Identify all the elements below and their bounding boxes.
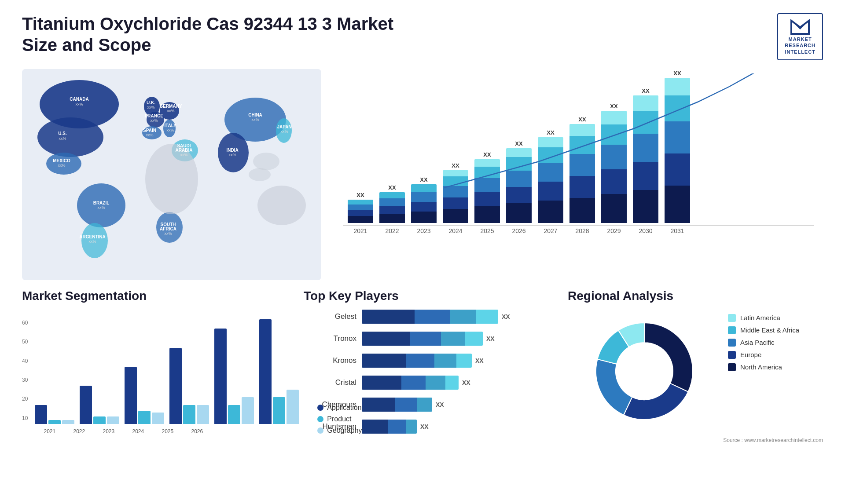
svg-text:xx%: xx% (180, 153, 187, 157)
regional-legend-item: Europe (728, 351, 799, 359)
regional-legend-label: Latin America (740, 314, 780, 321)
svg-text:MEXICO: MEXICO (53, 158, 70, 163)
regional-legend-item: Latin America (728, 314, 799, 322)
player-row: Tronox XX (304, 332, 541, 346)
player-bar-container: XX (362, 310, 541, 324)
logo-text: MARKETRESEARCHINTELLECT (785, 36, 816, 55)
regional-legend-item: Asia Pacific (728, 339, 799, 347)
logo: MARKETRESEARCHINTELLECT (777, 13, 823, 60)
svg-text:xx%: xx% (167, 109, 174, 113)
player-bar (362, 398, 432, 412)
player-row: Gelest XX (304, 310, 541, 324)
player-bar-container: XX (362, 420, 541, 434)
svg-text:ARABIA: ARABIA (176, 148, 193, 153)
player-xx-label: XX (502, 313, 510, 320)
regional-legend-label: Asia Pacific (740, 339, 775, 346)
player-bar (362, 332, 483, 346)
svg-text:CHINA: CHINA (248, 113, 262, 117)
donut-chart (583, 310, 706, 433)
player-name: Cristal (304, 378, 356, 387)
source-text: Source : www.marketresearchintellect.com (723, 437, 823, 443)
svg-text:xx%: xx% (59, 136, 66, 141)
regional-title: Regional Analysis (568, 289, 673, 303)
svg-text:AFRICA: AFRICA (160, 226, 176, 231)
regional-legend-item: North America (728, 363, 799, 371)
player-bar (362, 420, 417, 434)
segmentation-section: Market Segmentation 605040302010 (22, 289, 286, 443)
player-name: Chemours (304, 400, 356, 409)
player-name: Kronos (304, 356, 356, 365)
player-xx-label: XX (420, 423, 429, 430)
player-name: Huntsman (304, 422, 356, 431)
svg-text:xx%: xx% (97, 205, 105, 210)
svg-text:xx%: xx% (228, 153, 236, 157)
svg-text:xx%: xx% (251, 117, 259, 122)
regional-legend-item: Middle East & Africa (728, 326, 799, 334)
svg-text:xx%: xx% (58, 163, 65, 168)
svg-text:ARGENTINA: ARGENTINA (79, 234, 105, 239)
page-title: Titanium Oxychloride Cas 92344 13 3 Mark… (22, 13, 418, 55)
svg-text:INDIA: INDIA (226, 148, 238, 153)
svg-point-20 (253, 153, 279, 170)
players-title: Top Key Players (304, 289, 541, 303)
svg-point-19 (257, 186, 306, 225)
bar-chart-section: XXXXXXXXXXXXXXXXXXXXXX202120222023202420… (326, 69, 823, 280)
svg-text:xx%: xx% (280, 129, 288, 134)
player-row: Huntsman XX (304, 420, 541, 434)
svg-text:BRAZIL: BRAZIL (93, 201, 110, 205)
svg-text:xx%: xx% (146, 133, 153, 137)
regional-legend-label: Europe (740, 351, 761, 358)
svg-text:xx%: xx% (147, 105, 154, 110)
svg-point-18 (145, 144, 198, 214)
player-bar-container: XX (362, 376, 541, 390)
player-xx-label: XX (475, 357, 484, 364)
regional-legend-label: North America (740, 363, 782, 371)
player-bar-container: XX (362, 354, 541, 368)
player-bar-container: XX (362, 398, 541, 412)
player-bar-container: XX (362, 332, 541, 346)
player-bar (362, 376, 459, 390)
svg-text:ITALY: ITALY (164, 123, 176, 128)
player-xx-label: XX (486, 335, 495, 342)
svg-point-55 (617, 343, 672, 399)
svg-text:JAPAN: JAPAN (277, 124, 291, 129)
svg-text:FRANCE: FRANCE (145, 113, 163, 118)
player-bar (362, 310, 498, 324)
player-row: Chemours XX (304, 398, 541, 412)
svg-text:xx%: xx% (166, 128, 174, 132)
svg-text:xx%: xx% (150, 118, 158, 123)
player-row: Kronos XX (304, 354, 541, 368)
player-name: Gelest (304, 312, 356, 321)
regional-section: Regional Analysis Latin America Middle E… (559, 289, 823, 443)
svg-text:SPAIN: SPAIN (143, 128, 156, 133)
svg-text:GERMANY: GERMANY (159, 104, 182, 109)
svg-text:U.S.: U.S. (58, 131, 67, 136)
svg-text:xx%: xx% (75, 102, 83, 106)
world-map: CANADA xx% U.S. xx% MEXICO xx% BRAZIL xx… (22, 69, 321, 280)
svg-text:xx%: xx% (88, 239, 96, 244)
players-section: Top Key Players Gelest XX Tronox XX Kron… (295, 289, 550, 443)
svg-point-21 (249, 168, 271, 181)
svg-text:xx%: xx% (164, 231, 172, 236)
svg-text:CANADA: CANADA (70, 97, 88, 102)
regional-legend-label: Middle East & Africa (740, 326, 799, 334)
player-xx-label: XX (436, 401, 444, 408)
player-bar (362, 354, 472, 368)
player-name: Tronox (304, 334, 356, 343)
player-row: Cristal XX (304, 376, 541, 390)
svg-point-4 (37, 117, 103, 157)
segmentation-title: Market Segmentation (22, 289, 286, 303)
svg-text:U.K.: U.K. (147, 100, 155, 105)
player-xx-label: XX (462, 379, 470, 386)
logo-icon (789, 18, 811, 36)
